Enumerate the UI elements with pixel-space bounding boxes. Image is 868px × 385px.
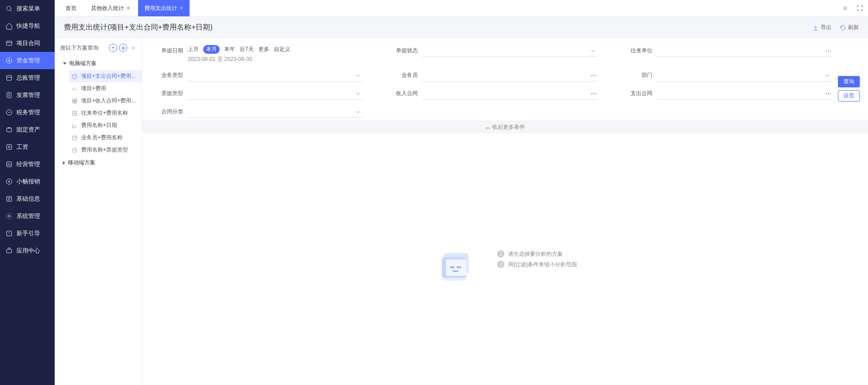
- income-contract-label: 收入合同: [385, 88, 418, 97]
- close-all-icon[interactable]: [841, 4, 850, 13]
- collapse-bar[interactable]: ︽ 收起更多条件: [142, 121, 868, 133]
- scheme-item-1[interactable]: 项目+费用: [69, 82, 142, 95]
- scheme-item-3[interactable]: 往来单位+费用名称: [69, 107, 142, 119]
- export-button[interactable]: 导出: [812, 24, 832, 31]
- expense-contract-select[interactable]: ···: [657, 88, 832, 100]
- side-label: 经营管理: [16, 160, 40, 168]
- side-search[interactable]: 搜索菜单: [0, 0, 55, 17]
- date-opt-this-year[interactable]: 本年: [224, 46, 235, 53]
- more-icon[interactable]: ···: [591, 91, 597, 97]
- date-opt-custom[interactable]: 自定义: [274, 46, 290, 53]
- side-system[interactable]: 系统管理: [0, 208, 55, 225]
- tab-home[interactable]: 首页: [59, 0, 83, 16]
- scheme-item-4[interactable]: 费用名称+日期: [69, 119, 142, 132]
- more-icon[interactable]: ···: [826, 91, 832, 97]
- expense-icon: [5, 178, 13, 185]
- scheme-panel: 按以下方案查询 + ⚙ « 电脑端方案 项目+支出合同+费用... 项目+费用 …: [55, 39, 142, 385]
- tree-group-pc[interactable]: 电脑端方案: [60, 57, 142, 70]
- partner-select[interactable]: ···: [657, 45, 832, 57]
- refresh-button[interactable]: 刷新: [840, 24, 859, 31]
- filters: 单据日期 上月 本月 本年 近7天 更多 自定义 2023-06-01 至 20…: [142, 39, 868, 121]
- status-select[interactable]: [422, 45, 597, 57]
- basic-icon: [5, 195, 13, 203]
- status-label: 单据状态: [385, 45, 418, 55]
- svg-rect-29: [446, 259, 467, 276]
- chevron-down-icon[interactable]: [354, 91, 362, 96]
- expense-contract-input[interactable]: [657, 91, 826, 97]
- income-contract-select[interactable]: ···: [422, 88, 597, 100]
- empty-text: 1请先选择要分析的方案 2用[过滤]条件来缩小分析范围: [497, 248, 577, 271]
- side-fund[interactable]: 资金管理: [0, 52, 55, 69]
- tab-other-income[interactable]: 其他收入统计×: [85, 0, 136, 16]
- biztype-input[interactable]: [188, 72, 354, 79]
- asset-icon: [5, 126, 13, 133]
- date-opt-7days[interactable]: 近7天: [240, 46, 254, 53]
- export-label: 导出: [821, 24, 832, 31]
- collapse-panel-icon[interactable]: «: [129, 43, 138, 52]
- side-project[interactable]: 项目合同: [0, 35, 55, 52]
- settings-button[interactable]: 设置: [838, 90, 860, 101]
- salesman-label: 业务员: [385, 70, 418, 79]
- tabs: 首页 其他收入统计× 费用支出统计×: [55, 0, 868, 16]
- contract-cat-input[interactable]: [188, 109, 354, 115]
- add-scheme-button[interactable]: +: [109, 44, 117, 52]
- dept-input[interactable]: [657, 72, 823, 79]
- side-ledger[interactable]: 总账管理: [0, 69, 55, 86]
- svg-rect-32: [452, 270, 458, 272]
- side-label: 系统管理: [16, 212, 40, 220]
- side-expense[interactable]: 小畅报销: [0, 173, 55, 190]
- scheme-item-6[interactable]: 费用名称+票据类型: [69, 144, 142, 156]
- date-opt-prev-month[interactable]: 上月: [188, 46, 199, 53]
- svg-point-7: [6, 110, 12, 115]
- side-guide[interactable]: 新手引导: [0, 225, 55, 242]
- salesman-select[interactable]: ···: [422, 70, 597, 81]
- side-label: 固定资产: [16, 126, 40, 134]
- scheme-item-2[interactable]: 项目+收入合同+费用...: [69, 95, 142, 107]
- chevron-down-icon[interactable]: [589, 48, 597, 54]
- date-opt-this-month[interactable]: 本月: [203, 45, 220, 54]
- close-icon[interactable]: ×: [127, 0, 130, 16]
- bars-icon: [71, 85, 78, 92]
- side-asset[interactable]: 固定资产: [0, 121, 55, 138]
- chevron-down-icon[interactable]: [354, 109, 362, 115]
- more-icon[interactable]: ···: [591, 72, 597, 79]
- more-icon[interactable]: ···: [826, 48, 832, 54]
- leaf-label: 往来单位+费用名称: [81, 109, 128, 117]
- query-button[interactable]: 查询: [838, 76, 860, 87]
- partner-input[interactable]: [657, 48, 826, 54]
- side-salary[interactable]: 工资: [0, 138, 55, 156]
- income-contract-input[interactable]: [422, 91, 591, 97]
- side-invoice[interactable]: 发票管理: [0, 86, 55, 104]
- billtype-label: 票据类型: [150, 88, 183, 97]
- biztype-select[interactable]: [188, 70, 362, 81]
- salesman-input[interactable]: [422, 72, 591, 79]
- billtype-select[interactable]: [188, 88, 362, 100]
- scheme-item-5[interactable]: 业务员+费用名称: [69, 132, 142, 144]
- tab-expense-stat[interactable]: 费用支出统计×: [138, 0, 190, 16]
- side-tax[interactable]: 税务管理: [0, 104, 55, 121]
- side-operate[interactable]: 经营管理: [0, 156, 55, 173]
- fullscreen-icon[interactable]: [855, 4, 864, 13]
- collapse-label: 收起更多条件: [492, 124, 525, 130]
- close-icon[interactable]: ×: [180, 0, 183, 16]
- dept-select[interactable]: [657, 70, 832, 81]
- chevron-down-icon[interactable]: [823, 73, 832, 78]
- svg-rect-31: [457, 266, 461, 268]
- folder-icon: [5, 40, 13, 47]
- contract-cat-select[interactable]: [188, 106, 362, 118]
- filter-billtype: 票据类型: [150, 88, 362, 100]
- date-opt-more[interactable]: 更多: [258, 46, 269, 53]
- side-appcenter[interactable]: 应用中心: [0, 242, 55, 259]
- salary-icon: [5, 143, 13, 151]
- chevron-down-icon[interactable]: [354, 73, 362, 78]
- tree-group-mobile[interactable]: 移动端方案: [60, 156, 142, 169]
- status-input[interactable]: [422, 48, 589, 54]
- main: 首页 其他收入统计× 费用支出统计× 费用支出统计(项目+支出合同+费用名称+日…: [55, 0, 868, 385]
- side-label: 搜索菜单: [16, 5, 40, 13]
- scheme-item-0[interactable]: 项目+支出合同+费用...: [69, 70, 142, 82]
- billtype-input[interactable]: [188, 91, 354, 97]
- side-quick[interactable]: 快捷导航: [0, 17, 55, 35]
- group-label: 电脑端方案: [69, 60, 97, 67]
- scheme-settings-button[interactable]: ⚙: [119, 44, 127, 52]
- side-basic[interactable]: 基础信息: [0, 190, 55, 208]
